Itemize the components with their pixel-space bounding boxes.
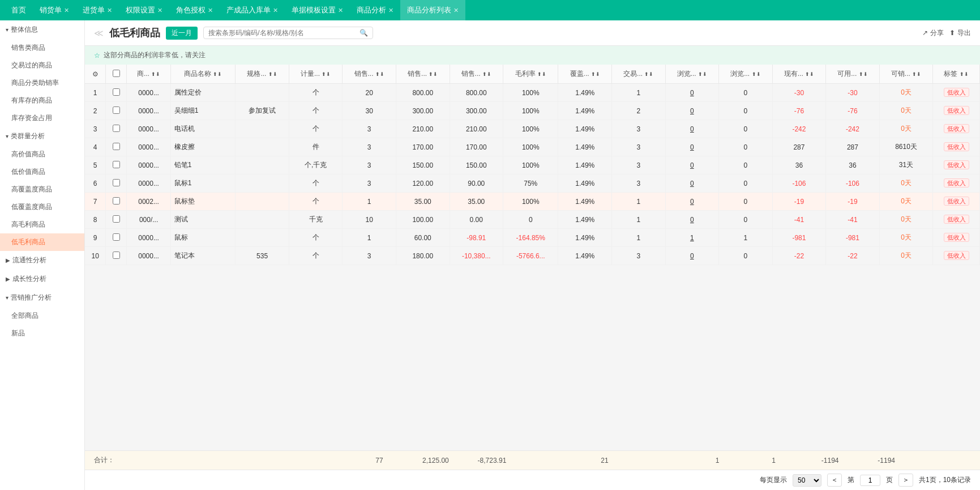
col-checkbox[interactable] (106, 65, 127, 84)
col-browse2[interactable]: 浏览... ⬆⬇ (719, 65, 773, 84)
row-browse1[interactable]: 0 (665, 138, 719, 156)
col-available[interactable]: 可用... ⬆⬇ (826, 65, 880, 84)
sidebar-group-overall[interactable]: ▾ 整体信息 (0, 20, 84, 39)
prev-page-button[interactable]: ＜ (827, 474, 842, 487)
row-checkbox[interactable] (106, 229, 127, 247)
sidebar-item-sales-goods[interactable]: 销售类商品 (0, 39, 84, 57)
nav-templates[interactable]: 单据模板设置 ✕ (285, 0, 350, 20)
per-page-select[interactable]: 50 100 200 (793, 474, 821, 487)
row-checkbox[interactable] (106, 138, 127, 156)
row-name[interactable]: 吴细细1 (170, 102, 236, 120)
next-page-button[interactable]: ＞ (898, 474, 913, 487)
row-browse1[interactable]: 1 (665, 229, 719, 247)
nav-close-roles[interactable]: ✕ (208, 7, 213, 14)
nav-home[interactable]: 首页 (5, 0, 33, 20)
share-button[interactable]: ↗ 分享 (922, 28, 944, 38)
row-browse1[interactable]: 0 (665, 84, 719, 102)
col-sellable[interactable]: 可销... ⬆⬇ (879, 65, 933, 84)
row-name[interactable]: 鼠标垫 (170, 193, 236, 211)
sidebar-item-all-goods[interactable]: 全部商品 (0, 307, 84, 325)
sidebar-item-high-margin[interactable]: 高毛利商品 (0, 216, 84, 233)
page-number-input[interactable] (860, 475, 880, 486)
nav-close-purchase[interactable]: ✕ (107, 7, 112, 14)
row-checkbox[interactable] (106, 120, 127, 138)
nav-roles[interactable]: 角色授权 ✕ (169, 0, 220, 20)
sidebar-item-high-value[interactable]: 高价值商品 (0, 146, 84, 163)
col-sales-qty[interactable]: 销售... ⬆⬇ (343, 65, 396, 84)
nav-sales[interactable]: 销货单 ✕ (33, 0, 76, 20)
search-icon[interactable]: 🔍 (360, 29, 368, 37)
row-sales-profit: 170.00 (450, 138, 503, 156)
row-name[interactable]: 测试 (170, 211, 236, 229)
row-checkbox[interactable] (106, 247, 127, 265)
row-checkbox[interactable] (106, 84, 127, 102)
sidebar-group-growth[interactable]: ▶ 成长性分析 (0, 270, 84, 288)
col-name[interactable]: 商品名称 ⬆⬇ (170, 65, 236, 84)
sidebar-group-marketing[interactable]: ▾ 营销推广分析 (0, 288, 84, 307)
date-filter-button[interactable]: 近一月 (166, 27, 198, 40)
row-name[interactable]: 鼠标1 (170, 174, 236, 193)
nav-close-analysis-list[interactable]: ✕ (453, 7, 459, 14)
row-checkbox[interactable] (106, 174, 127, 193)
row-checkbox[interactable] (106, 102, 127, 120)
col-sales-profit[interactable]: 销售... ⬆⬇ (450, 65, 503, 84)
nav-analysis[interactable]: 商品分析 ✕ (350, 0, 400, 20)
col-browse1[interactable]: 浏览... ⬆⬇ (665, 65, 719, 84)
row-name[interactable]: 铅笔1 (170, 156, 236, 174)
sidebar-group-cluster[interactable]: ▾ 类群量分析 (0, 127, 84, 146)
col-spec[interactable]: 规格... ⬆⬇ (236, 65, 289, 84)
sidebar-group-flow[interactable]: ▶ 流通性分析 (0, 251, 84, 270)
nav-purchase[interactable]: 进货单 ✕ (76, 0, 119, 20)
sidebar-item-category-rate[interactable]: 商品分类助销率 (0, 74, 84, 92)
row-name[interactable]: 橡皮擦 (170, 138, 236, 156)
row-browse1[interactable]: 0 (665, 120, 719, 138)
col-unit[interactable]: 计量... ⬆⬇ (289, 65, 343, 84)
sidebar-item-stocked[interactable]: 有库存的商品 (0, 92, 84, 109)
row-name[interactable]: 笔记本 (170, 247, 236, 265)
row-checkbox[interactable] (106, 211, 127, 229)
nav-products[interactable]: 产成品入库单 ✕ (220, 0, 285, 20)
sidebar-item-low-margin[interactable]: 低毛利商品 (0, 233, 84, 251)
row-available: -981 (826, 229, 880, 247)
row-browse1[interactable]: 0 (665, 174, 719, 193)
row-unit: 件 (289, 138, 343, 156)
nav-analysis-list[interactable]: 商品分析列表 ✕ (400, 0, 465, 20)
search-input[interactable] (208, 29, 360, 37)
col-current[interactable]: 现有... ⬆⬇ (772, 65, 826, 84)
nav-close-templates[interactable]: ✕ (338, 7, 343, 14)
row-checkbox[interactable] (106, 156, 127, 174)
sidebar-item-new-goods[interactable]: 新品 (0, 325, 84, 342)
row-name[interactable]: 电话机 (170, 120, 236, 138)
row-name[interactable]: 属性定价 (170, 84, 236, 102)
sidebar-item-high-coverage[interactable]: 高覆盖度商品 (0, 181, 84, 198)
col-coverage[interactable]: 覆盖... ⬆⬇ (558, 65, 612, 84)
col-code[interactable]: 商... ⬆⬇ (127, 65, 170, 84)
nav-close-products[interactable]: ✕ (273, 7, 278, 14)
row-browse1[interactable]: 0 (665, 156, 719, 174)
nav-close-permissions[interactable]: ✕ (157, 7, 162, 14)
nav-close-analysis[interactable]: ✕ (388, 7, 393, 14)
row-profit-rate: -5766.6... (503, 247, 558, 265)
sidebar-item-low-coverage[interactable]: 低覆盖度商品 (0, 198, 84, 216)
row-browse1[interactable]: 0 (665, 102, 719, 120)
row-browse1[interactable]: 0 (665, 211, 719, 229)
sidebar-item-traded-goods[interactable]: 交易过的商品 (0, 57, 84, 74)
row-name[interactable]: 鼠标 (170, 229, 236, 247)
col-profit-rate[interactable]: 毛利率 ⬆⬇ (503, 65, 558, 84)
row-browse1[interactable]: 0 (665, 193, 719, 211)
row-no: 10 (85, 247, 106, 265)
col-sales-price[interactable]: 销售... ⬆⬇ (396, 65, 450, 84)
table-container[interactable]: ⚙ 商... ⬆⬇ 商品名称 ⬆⬇ 规格... ⬆⬇ 计量... ⬆⬇ 销售..… (85, 65, 980, 450)
col-trade[interactable]: 交易... ⬆⬇ (612, 65, 666, 84)
collapse-sidebar-btn[interactable]: ≪ (94, 28, 104, 39)
col-tag[interactable]: 标签 ⬆⬇ (933, 65, 980, 84)
select-all-checkbox[interactable] (113, 70, 120, 77)
nav-close-sales[interactable]: ✕ (64, 7, 69, 14)
sidebar-item-capital[interactable]: 库存资金占用 (0, 109, 84, 127)
sidebar-item-low-value[interactable]: 低价值商品 (0, 163, 84, 181)
row-checkbox[interactable] (106, 193, 127, 211)
row-browse1[interactable]: 0 (665, 247, 719, 265)
nav-permissions[interactable]: 权限设置 ✕ (119, 0, 169, 20)
col-settings[interactable]: ⚙ (85, 65, 106, 84)
export-button[interactable]: ⬆ 导出 (949, 28, 971, 38)
